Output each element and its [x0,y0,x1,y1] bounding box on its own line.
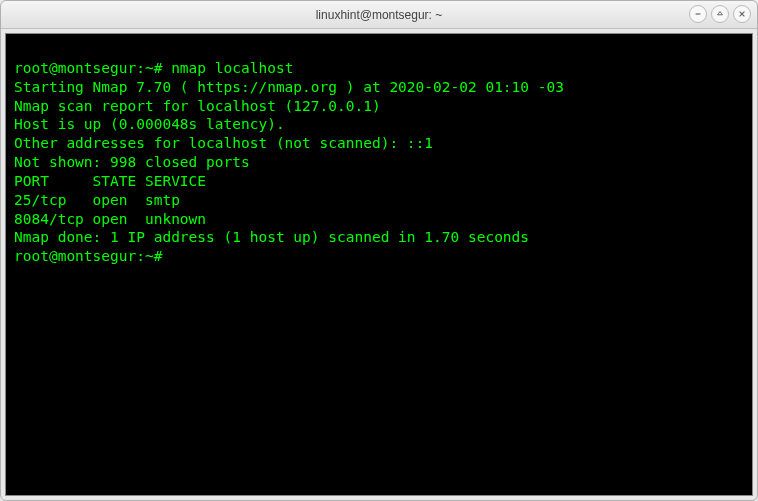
output-line: Starting Nmap 7.70 ( https://nmap.org ) … [14,78,744,97]
maximize-icon [716,10,724,18]
minimize-button[interactable] [689,5,707,23]
output-line: Nmap scan report for localhost (127.0.0.… [14,97,744,116]
terminal-window: linuxhint@montsegur: ~ root@montsegur:~#… [0,0,758,501]
output-line: 25/tcp open smtp [14,191,744,210]
close-button[interactable] [733,5,751,23]
prompt: root@montsegur:~# [14,60,162,76]
output-line: Nmap done: 1 IP address (1 host up) scan… [14,228,744,247]
prompt-line: root@montsegur:~# [14,247,744,266]
close-icon [738,10,746,18]
output-line: Host is up (0.000048s latency). [14,115,744,134]
window-title: linuxhint@montsegur: ~ [316,8,443,22]
window-controls [689,5,751,23]
maximize-button[interactable] [711,5,729,23]
command-text: nmap localhost [171,60,293,76]
minimize-icon [694,10,702,18]
prompt: root@montsegur:~# [14,248,162,264]
output-line: 8084/tcp open unknown [14,210,744,229]
output-line: Other addresses for localhost (not scann… [14,134,744,153]
command-line: root@montsegur:~# nmap localhost [14,59,744,78]
output-line: PORT STATE SERVICE [14,172,744,191]
output-line: Not shown: 998 closed ports [14,153,744,172]
terminal-body[interactable]: root@montsegur:~# nmap localhostStarting… [5,33,753,496]
titlebar[interactable]: linuxhint@montsegur: ~ [1,1,757,29]
